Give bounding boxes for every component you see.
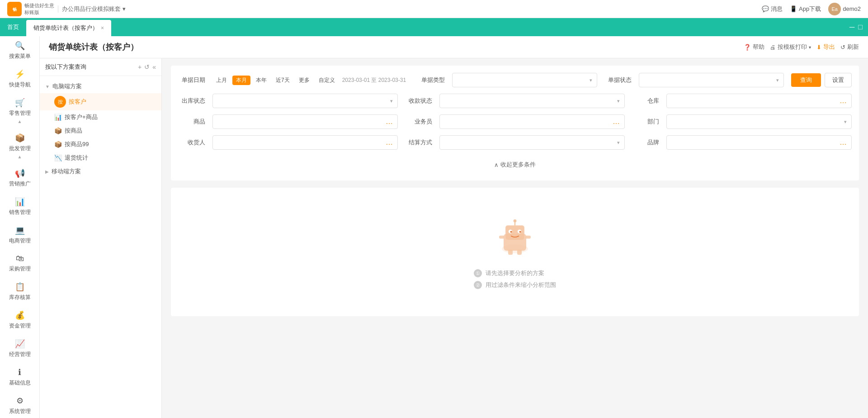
ecommerce-icon: 💻	[15, 225, 25, 235]
department-select[interactable]: ▾	[666, 114, 852, 129]
sidebar-item-system[interactable]: ⚙ 系统管理	[0, 391, 39, 418]
sidebar-item-ecommerce[interactable]: 💻 电商管理	[0, 221, 39, 249]
scheme-tree-group-desktop-title[interactable]: ▼ 电脑端方案	[40, 80, 161, 93]
date-btn-this-year[interactable]: 本年	[252, 76, 270, 85]
query-button[interactable]: 查询	[791, 73, 821, 87]
sidebar-item-sales[interactable]: 📊 销售管理	[0, 192, 39, 221]
nav-minimize-button[interactable]: ─	[849, 23, 854, 31]
date-btn-custom[interactable]: 自定义	[315, 76, 339, 85]
scheme-tree-group-desktop: ▼ 电脑端方案 按 按客户 📊 按客户+商品 �	[40, 80, 161, 165]
sidebar-item-purchase-label: 采购管理	[9, 265, 31, 273]
scheme-add-icon[interactable]: +	[138, 63, 142, 71]
breadcrumb-arrow-icon: ▾	[123, 5, 126, 12]
svg-point-10	[514, 219, 517, 223]
breadcrumb[interactable]: 办公用品行业模拟账套 ▾	[62, 5, 126, 13]
receipt-status-label: 收款状态	[405, 97, 432, 105]
filter-row-4: 收货人 … 结算方式 ▾ 品牌 …	[178, 135, 852, 150]
doc-type-chevron-icon: ▾	[590, 77, 592, 83]
scheme-collapse-icon[interactable]: «	[152, 63, 156, 71]
settlement-chevron-icon: ▾	[617, 140, 620, 146]
scheme-tree-group-mobile: ▶ 移动端方案	[40, 165, 161, 178]
brand-select[interactable]: …	[666, 135, 852, 150]
sidebar-item-finance[interactable]: 💰 资金管理	[0, 306, 39, 334]
sidebar: 🔍 搜索菜单 ⚡ 快捷导航 🛒 零售管理 ▲ 📦 批发管理 ▲ 📢 营销推广 📊…	[0, 36, 40, 418]
settings-button[interactable]: 设置	[825, 73, 852, 87]
sidebar-item-purchase[interactable]: 🛍 采购管理	[0, 249, 39, 277]
refresh-button[interactable]: ↺ 刷新	[840, 43, 859, 51]
desktop-group-label: 电脑端方案	[52, 82, 82, 90]
sidebar-item-search[interactable]: 🔍 搜索菜单	[0, 36, 39, 65]
message-button[interactable]: 💬 消息	[762, 5, 783, 13]
export-button[interactable]: ⬇ 导出	[816, 43, 835, 51]
scheme-item-by-goods-99[interactable]: 📦 按商品99	[40, 138, 161, 151]
scheme-tree-group-mobile-title[interactable]: ▶ 移动端方案	[40, 165, 161, 178]
date-btn-last-month[interactable]: 上月	[212, 76, 231, 85]
scheme-item-customer-goods-label: 按客户+商品	[65, 113, 98, 121]
date-label: 单据日期	[178, 76, 205, 84]
sidebar-item-marketing[interactable]: 📢 营销推广	[0, 164, 39, 192]
svg-text:畅: 畅	[13, 7, 17, 12]
receipt-status-select[interactable]: ▾	[439, 94, 625, 108]
scheme-item-goods-99-label: 按商品99	[65, 140, 89, 148]
scheme-refresh-icon[interactable]: ↺	[144, 63, 150, 71]
sidebar-item-quick-nav[interactable]: ⚡ 快捷导航	[0, 65, 39, 93]
tab-sales-stats[interactable]: 销货单统计表（按客户） ×	[26, 20, 111, 36]
sidebar-item-inventory[interactable]: 📋 库存核算	[0, 277, 39, 306]
sidebar-item-system-label: 系统管理	[9, 408, 31, 415]
goods-select[interactable]: …	[212, 114, 398, 129]
receiver-dots-icon[interactable]: …	[386, 138, 393, 147]
sidebar-item-retail[interactable]: 🛒 零售管理 ▲	[0, 93, 39, 128]
date-btn-more[interactable]: 更多	[295, 76, 313, 85]
sidebar-item-quick-nav-label: 快捷导航	[9, 81, 31, 89]
doc-status-select[interactable]: ▾	[639, 73, 784, 87]
doc-type-select[interactable]: ▾	[452, 73, 597, 87]
salesperson-select[interactable]: …	[439, 114, 625, 129]
return-stats-icon: 📉	[54, 154, 62, 162]
filter-panel: 单据日期 上月 本月 本年 近7天 更多 自定义 2023-03-01 至 20…	[162, 58, 868, 418]
receiver-select[interactable]: …	[212, 135, 398, 150]
scheme-item-by-customer[interactable]: 按 按客户	[40, 93, 161, 110]
tip-2-num: ②	[474, 281, 482, 289]
sidebar-item-basics[interactable]: ℹ 基础信息	[0, 363, 39, 391]
sidebar-item-retail-label: 零售管理	[9, 109, 31, 117]
goods-dots-icon[interactable]: …	[386, 118, 393, 126]
app-download-button[interactable]: 📱 App下载	[790, 5, 821, 13]
tree-arrow-down-icon: ▼	[45, 84, 50, 89]
tab-home[interactable]: 首页	[0, 18, 26, 36]
sidebar-item-ecommerce-label: 电商管理	[9, 237, 31, 245]
brand-dots-icon[interactable]: …	[840, 138, 847, 147]
date-filter-btns: 上月 本月 本年 近7天 更多 自定义	[212, 76, 339, 85]
scheme-item-by-goods[interactable]: 📦 按商品	[40, 124, 161, 138]
user-profile[interactable]: Ea demo2	[828, 3, 861, 15]
wholesale-icon: 📦	[15, 133, 25, 143]
filter-row-1: 单据日期 上月 本月 本年 近7天 更多 自定义 2023-03-01 至 20…	[178, 73, 852, 87]
template-print-button[interactable]: 🖨 按模板打印 ▾	[770, 43, 811, 51]
refresh-label: 刷新	[847, 43, 859, 51]
empty-state: ① 请先选择要分析的方案 ② 用过滤条件来缩小分析范围	[171, 188, 859, 316]
date-btn-this-month[interactable]: 本月	[232, 76, 250, 85]
nav-maximize-button[interactable]: □	[858, 23, 863, 31]
warehouse-select[interactable]: …	[666, 94, 852, 108]
settlement-select[interactable]: ▾	[439, 135, 625, 150]
date-btn-last-7-days[interactable]: 近7天	[272, 76, 293, 85]
out-status-select[interactable]: ▾	[212, 94, 398, 108]
help-button[interactable]: ❓ 帮助	[744, 43, 764, 51]
empty-state-icon	[492, 215, 538, 260]
sidebar-item-operation[interactable]: 📈 经营管理	[0, 334, 39, 363]
doc-status-label: 单据状态	[604, 76, 632, 84]
salesperson-dots-icon[interactable]: …	[613, 118, 620, 126]
warehouse-dots-icon[interactable]: …	[840, 97, 847, 105]
empty-tip-1: ① 请先选择要分析的方案	[474, 269, 556, 277]
refresh-icon: ↺	[840, 44, 845, 51]
scheme-item-return-stats[interactable]: 📉 退货统计	[40, 151, 161, 165]
collapse-bar[interactable]: ∧ 收起更多条件	[178, 156, 852, 173]
salesperson-label: 业务员	[405, 118, 432, 126]
help-icon: ❓	[744, 44, 751, 51]
tab-close-icon[interactable]: ×	[101, 25, 104, 31]
sidebar-item-wholesale[interactable]: 📦 批发管理 ▲	[0, 128, 39, 164]
sidebar-item-sales-label: 销售管理	[9, 209, 31, 216]
operation-icon: 📈	[15, 339, 25, 349]
page-header-actions: ❓ 帮助 🖨 按模板打印 ▾ ⬇ 导出 ↺ 刷新	[744, 43, 859, 57]
tab-sales-stats-label: 销货单统计表（按客户）	[33, 24, 98, 32]
scheme-item-by-customer-goods[interactable]: 📊 按客户+商品	[40, 110, 161, 124]
